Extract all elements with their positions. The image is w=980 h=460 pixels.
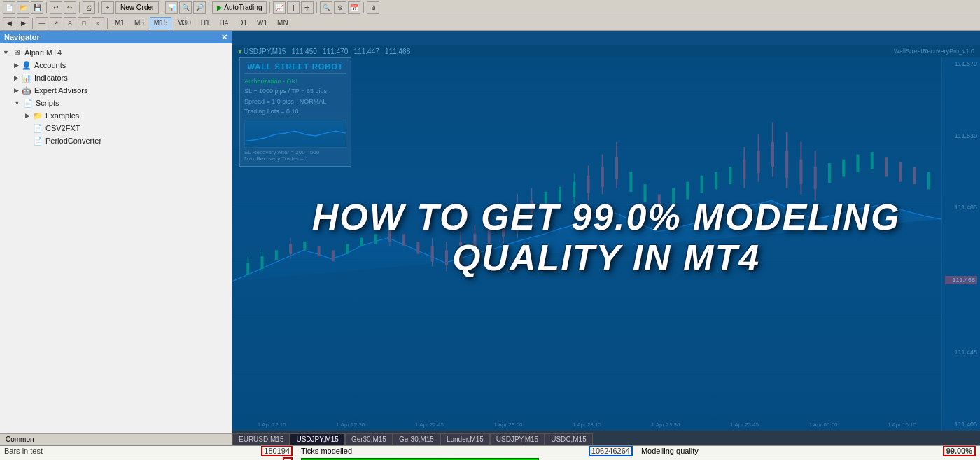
draw-arrow-btn[interactable]: ↗	[50, 17, 62, 29]
modelling-highlight: 99.00%	[943, 445, 976, 456]
open-btn[interactable]: 📂	[17, 1, 29, 14]
navigator-tree: ▼ 🖥 Alpari MT4 ▶ 👤 Accounts ▶ 📊 Indicato…	[0, 43, 232, 433]
mismatched-label: Mismatched charts errors	[0, 456, 112, 461]
nav-examples-label: Examples	[46, 111, 79, 120]
indicators-icon: 📊	[21, 72, 32, 83]
calendar-btn[interactable]: 📅	[348, 1, 360, 14]
ticks-value: 106246264	[421, 446, 637, 456]
nav-fwd-btn[interactable]: ▶	[17, 17, 29, 29]
navigator-header: Navigator ✕	[0, 31, 232, 43]
tab-ger30-2[interactable]: Ger30,M15	[393, 433, 440, 445]
nav-period-converter[interactable]: ▶ 📄 PeriodConverter	[0, 134, 232, 147]
progress-bar-container	[301, 457, 539, 460]
tf-m5[interactable]: M5	[130, 17, 148, 29]
nav-alpari-label: Alpari MT4	[24, 48, 62, 57]
print-btn[interactable]: 🖨	[83, 1, 95, 14]
navigator-close-btn[interactable]: ✕	[221, 33, 227, 42]
draw-fib-btn[interactable]: ≈	[92, 17, 104, 29]
nav-csv2fxt-label: CSV2FXT	[46, 124, 80, 132]
sep6	[270, 2, 270, 13]
nav-accounts[interactable]: ▶ 👤 Accounts	[0, 59, 232, 71]
nav-expert-advisors[interactable]: ▶ 🤖 Expert Advisors	[0, 84, 232, 97]
sep5	[209, 2, 209, 13]
nav-indicators[interactable]: ▶ 📊 Indicators	[0, 71, 232, 84]
modelling-label: Modelling quality	[637, 446, 764, 456]
accounts-icon: 👤	[21, 60, 32, 71]
nav-back-btn[interactable]: ◀	[3, 17, 15, 29]
stats-panel: Bars in test 180194 Ticks modelled 10624…	[0, 445, 980, 460]
bars-highlight: 180194	[261, 445, 293, 456]
indicator-btn[interactable]: 📈	[273, 1, 286, 14]
terminal-btn[interactable]: 🖥	[367, 1, 379, 14]
period-sep-btn[interactable]: |	[287, 1, 300, 14]
new-order-icon[interactable]: +	[102, 1, 114, 14]
mismatched-value: 0	[112, 456, 297, 461]
tf-mn[interactable]: MN	[273, 17, 293, 29]
modelling-value: 99.00%	[764, 446, 980, 456]
progress-cell	[297, 456, 980, 461]
tf-m1[interactable]: M1	[111, 17, 129, 29]
zoom-out-btn[interactable]: 🔎	[193, 1, 206, 14]
tab-usdc[interactable]: USDC,M15	[545, 433, 593, 445]
ea-expand-icon: ▶	[14, 87, 19, 94]
sep9	[32, 18, 33, 29]
ticks-label: Ticks modelled	[297, 446, 421, 456]
nav-scripts-label: Scripts	[36, 99, 59, 107]
sep3	[98, 2, 99, 13]
main-area: Navigator ✕ ▼ 🖥 Alpari MT4 ▶ 👤 Accounts …	[0, 31, 980, 445]
tab-usdjpy[interactable]: USDJPY,M15	[290, 433, 344, 445]
nav-indicators-label: Indicators	[34, 74, 68, 82]
nav-accounts-label: Accounts	[34, 61, 66, 69]
nav-csv2fxt[interactable]: ▶ 📄 CSV2FXT	[0, 122, 232, 134]
new-order-btn[interactable]: New Order	[115, 1, 159, 14]
chart-tabs: EURUSD,M15 USDJPY,M15 Ger30,M15 Ger30,M1…	[232, 431, 980, 445]
common-tab[interactable]: Common	[0, 433, 232, 445]
scripts-expand-icon: ▼	[14, 99, 20, 106]
navigator-title: Navigator	[4, 33, 40, 41]
tf-m30[interactable]: M30	[173, 17, 195, 29]
sep10	[107, 18, 108, 29]
timeframe-toolbar: ◀ ▶ — ↗ A □ ≈ M1 M5 M15 M30 H1 H4 D1 W1 …	[0, 15, 980, 31]
zoom-btn-2[interactable]: 🔍	[320, 1, 332, 14]
save-btn[interactable]: 💾	[31, 1, 43, 14]
nav-scripts[interactable]: ▼ 📄 Scripts	[0, 97, 232, 109]
new-order-label: New Order	[120, 4, 154, 11]
big-text: HOW TO GET 99.0% MODELING QUALITY IN MT4	[232, 197, 980, 277]
zoom-in-btn[interactable]: 🔍	[179, 1, 192, 14]
tf-m15[interactable]: M15	[150, 17, 172, 29]
top-toolbar: 📄 📂 💾 ↩ ↪ 🖨 + New Order 📊 🔍 🔎 ▶ AutoTrad…	[0, 0, 980, 15]
big-overlay: HOW TO GET 99.0% MODELING QUALITY IN MT4	[232, 31, 980, 445]
nav-alpari[interactable]: ▼ 🖥 Alpari MT4	[0, 46, 232, 59]
chart-type-btn[interactable]: 📊	[165, 1, 178, 14]
sep2	[79, 2, 80, 13]
tf-w1[interactable]: W1	[253, 17, 272, 29]
bars-label: Bars in test	[0, 446, 112, 456]
tab-usdjpy-2[interactable]: USDJPY,M15	[490, 433, 545, 445]
nav-examples[interactable]: ▶ 📁 Examples	[0, 109, 232, 122]
tab-londer[interactable]: Londer,M15	[440, 433, 490, 445]
tab-ger30-1[interactable]: Ger30,M15	[345, 433, 393, 445]
examples-expand-icon: ▶	[25, 112, 30, 119]
crosshair-btn[interactable]: ✛	[301, 1, 314, 14]
settings-btn[interactable]: ⚙	[334, 1, 346, 14]
autotrading-label: AutoTrading	[224, 4, 262, 11]
draw-rect-btn[interactable]: □	[78, 17, 90, 29]
indicators-expand-icon: ▶	[14, 74, 19, 81]
sep8	[363, 2, 364, 13]
tab-eurusd[interactable]: EURUSD,M15	[232, 433, 290, 445]
navigator-panel: Navigator ✕ ▼ 🖥 Alpari MT4 ▶ 👤 Accounts …	[0, 31, 232, 445]
redo-btn[interactable]: ↪	[64, 1, 76, 14]
nav-ea-label: Expert Advisors	[34, 86, 88, 95]
tf-h4[interactable]: H4	[216, 17, 233, 29]
sep1	[46, 2, 47, 13]
tf-h1[interactable]: H1	[197, 17, 214, 29]
draw-line-btn[interactable]: —	[36, 17, 48, 29]
undo-btn[interactable]: ↩	[50, 1, 62, 14]
draw-text-btn[interactable]: A	[64, 17, 76, 29]
accounts-expand-icon: ▶	[14, 62, 19, 69]
autotrading-btn[interactable]: ▶ AutoTrading	[212, 1, 267, 14]
new-chart-btn[interactable]: 📄	[3, 1, 15, 14]
nav-period-label: PeriodConverter	[46, 137, 102, 145]
mismatched-highlight: 0	[283, 457, 293, 461]
tf-d1[interactable]: D1	[234, 17, 251, 29]
